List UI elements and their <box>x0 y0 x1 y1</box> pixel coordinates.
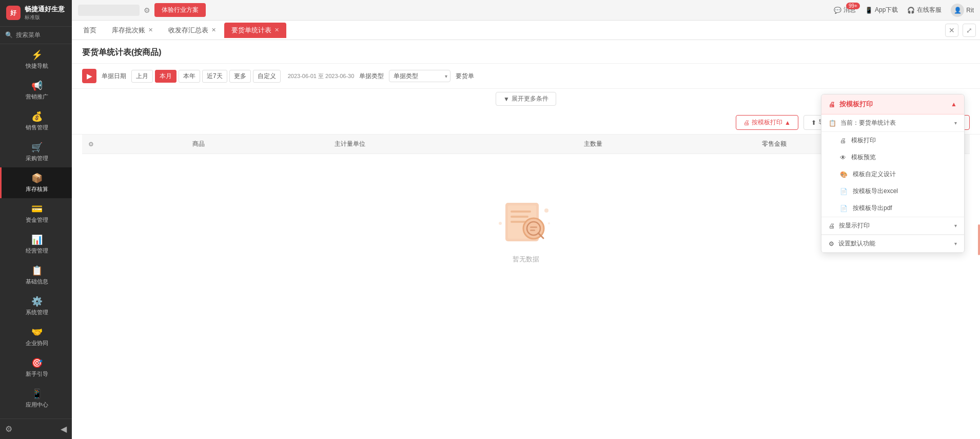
sidebar: 好 畅捷通好生意 标准版 🔍 搜索菜单 ⚡ 快捷导航 📢 营销推广 💰 销售管理… <box>0 0 72 439</box>
sidebar-item-purchase[interactable]: 🛒 采购管理 <box>0 137 72 167</box>
sales-icon: 💰 <box>31 111 43 122</box>
sidebar-item-label: 营销推广 <box>26 93 48 101</box>
svg-point-11 <box>499 222 502 225</box>
sidebar-item-wechat[interactable]: 💬 企业微信 <box>0 414 72 418</box>
purchase-icon: 🛒 <box>31 142 43 153</box>
date-btn-last-month[interactable]: 上月 <box>131 70 153 83</box>
dropdown-export-pdf[interactable]: 📄 按模板导出pdf <box>821 200 964 217</box>
dropdown-template-print[interactable]: 🖨 模板打印 <box>821 132 964 149</box>
tab-home[interactable]: 首页 <box>76 23 104 38</box>
settings-icon[interactable]: ⚙ <box>5 424 12 434</box>
dropdown-current-header[interactable]: 📋 当前：要货单统计表 ▾ <box>821 114 964 131</box>
tab-maximize-btn[interactable]: ⤢ <box>963 24 976 37</box>
sidebar-item-inventory[interactable]: 📦 库存核算 <box>0 167 72 198</box>
svg-point-12 <box>548 222 550 224</box>
date-btn-custom[interactable]: 自定义 <box>253 70 281 83</box>
svg-rect-3 <box>511 216 528 218</box>
sidebar-item-label: 系统管理 <box>26 309 48 316</box>
filter-bar: ▶ 单据日期 上月 本月 本年 近7天 更多 自定义 2023-06-01 至 … <box>72 64 980 89</box>
svg-rect-2 <box>511 211 531 213</box>
user-avatar: 👤 <box>951 4 964 17</box>
export-pdf-icon: 📄 <box>840 205 848 212</box>
system-icon: ⚙️ <box>31 296 43 307</box>
dropdown-current-chevron: ▾ <box>954 120 957 126</box>
expand-more-btn[interactable]: ▼ 展开更多条件 <box>496 92 556 106</box>
tab-receipt-summary[interactable]: 收发存汇总表 ✕ <box>161 23 223 38</box>
dropdown-title: 🖨 按模板打印 <box>829 100 873 109</box>
sidebar-item-collab[interactable]: 🤝 企业协同 <box>0 321 72 352</box>
empty-icon <box>495 195 557 246</box>
tab-receipt-summary-close[interactable]: ✕ <box>211 27 216 33</box>
sidebar-nav: ⚡ 快捷导航 📢 营销推广 💰 销售管理 🛒 采购管理 📦 库存核算 💳 资金管… <box>0 44 72 418</box>
svg-point-10 <box>544 208 548 213</box>
filter-expand-btn[interactable]: ▶ <box>82 69 96 83</box>
dropdown-display-chevron: ▾ <box>954 223 957 228</box>
topbar-search-input[interactable] <box>78 5 140 16</box>
date-btn-more[interactable]: 更多 <box>229 70 251 83</box>
dropdown-up-icon[interactable]: ▲ <box>951 101 957 108</box>
sidebar-item-system[interactable]: ⚙️ 系统管理 <box>0 291 72 321</box>
sidebar-search[interactable]: 🔍 搜索菜单 <box>0 27 72 44</box>
date-btn-7days[interactable]: 近7天 <box>202 70 227 83</box>
app-download-item[interactable]: 📱 App下载 <box>865 6 898 14</box>
scroll-indicator[interactable] <box>978 224 980 255</box>
tab-batch-account[interactable]: 库存批次账 ✕ <box>105 23 160 38</box>
print-template-label: 按模板打印 <box>752 118 782 127</box>
message-badge: 99+ <box>846 3 860 9</box>
tab-close-all-btn[interactable]: ✕ <box>945 24 958 37</box>
th-settings[interactable]: ⚙ <box>82 135 186 154</box>
print-dropdown-menu: 🖨 按模板打印 ▲ 📋 当前：要货单统计表 ▾ � <box>821 94 965 253</box>
tab-receipt-summary-label: 收发存汇总表 <box>168 26 208 35</box>
sidebar-item-operation[interactable]: 📊 经营管理 <box>0 229 72 260</box>
dropdown-template-design[interactable]: 🎨 模板自定义设计 <box>821 166 964 183</box>
sidebar-item-quick-nav[interactable]: ⚡ 快捷导航 <box>0 44 72 75</box>
dropdown-default-header[interactable]: ⚙ 设置默认功能 ▾ <box>821 235 964 252</box>
sidebar-item-appstore[interactable]: 📱 应用中心 <box>0 383 72 414</box>
app-name: 畅捷通好生意 <box>25 5 65 14</box>
sidebar-item-base[interactable]: 📋 基础信息 <box>0 260 72 291</box>
template-preview-icon: 👁 <box>840 154 846 161</box>
order-type-label: 单据类型 <box>359 72 384 81</box>
sidebar-logo: 好 畅捷通好生意 标准版 <box>0 0 72 27</box>
dropdown-display-section: 🖨 按显示打印 ▾ <box>821 217 964 235</box>
dropdown-title-label: 按模板打印 <box>839 100 873 109</box>
tab-batch-account-label: 库存批次账 <box>112 26 145 35</box>
template-print-icon: 🖨 <box>840 137 846 144</box>
page-header: 要货单统计表(按商品) <box>72 40 980 64</box>
print-template-btn[interactable]: 🖨 按模板打印 ▲ <box>736 115 798 130</box>
sidebar-item-label: 销售管理 <box>26 124 48 131</box>
tab-batch-account-close[interactable]: ✕ <box>148 27 153 33</box>
empty-text: 暂无数据 <box>513 255 539 264</box>
dropdown-template-preview[interactable]: 👁 模板预览 <box>821 149 964 166</box>
th-quantity: 主数量 <box>578 135 756 154</box>
tab-order-stat-close[interactable]: ✕ <box>275 27 279 33</box>
user-item[interactable]: 👤 Rit <box>951 4 974 17</box>
collapse-icon[interactable]: ◀ <box>61 424 67 434</box>
sidebar-item-label: 采购管理 <box>26 155 48 162</box>
date-btn-this-year[interactable]: 本年 <box>179 70 200 83</box>
tabs-actions: ✕ ⤢ <box>945 24 976 37</box>
date-btn-this-month[interactable]: 本月 <box>155 70 177 83</box>
headset-icon: 🎧 <box>907 7 915 14</box>
topbar-gear-icon[interactable]: ⚙ <box>144 6 150 14</box>
finance-icon: 💳 <box>31 203 43 215</box>
message-item[interactable]: 💬 消息 99+ <box>834 6 856 14</box>
dropdown-display-header[interactable]: 🖨 按显示打印 ▾ <box>821 217 964 234</box>
dropdown-display-label: 🖨 按显示打印 <box>829 221 870 230</box>
sidebar-item-marketing[interactable]: 📢 营销推广 <box>0 75 72 106</box>
tab-order-stat[interactable]: 要货单统计表 ✕ <box>224 23 286 38</box>
order-type-select[interactable]: 单据类型 <box>389 70 450 82</box>
industry-btn[interactable]: 体验行业方案 <box>154 3 206 17</box>
online-service-item[interactable]: 🎧 在线客服 <box>907 6 942 14</box>
svg-rect-8 <box>530 226 537 228</box>
dropdown-header-right: ▲ <box>951 101 957 108</box>
list-icon: 📋 <box>829 120 836 127</box>
template-design-icon: 🎨 <box>840 171 848 178</box>
dropdown-export-excel[interactable]: 📄 按模板导出excel <box>821 183 964 200</box>
sidebar-item-finance[interactable]: 💳 资金管理 <box>0 198 72 229</box>
sidebar-item-guide[interactable]: 🎯 新手引导 <box>0 352 72 383</box>
sidebar-item-sales[interactable]: 💰 销售管理 <box>0 106 72 137</box>
date-filter-label: 单据日期 <box>102 72 126 81</box>
export-icon: ⬆ <box>811 119 816 126</box>
export-excel-icon: 📄 <box>840 188 848 195</box>
